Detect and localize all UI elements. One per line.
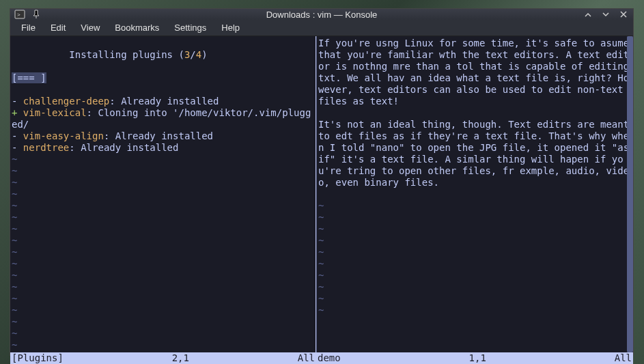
titlebar[interactable]: > Downloads : vim — Konsole	[10, 9, 633, 20]
vim-tilde: ~	[12, 316, 316, 328]
vim-tilde: ~	[318, 305, 632, 316]
vim-tilde: ~	[12, 223, 316, 235]
vim-tilde: ~	[318, 258, 632, 270]
vim-tilde: ~	[12, 339, 316, 351]
vim-tilde: ~	[12, 200, 316, 212]
status-cursor-pos: 1,1	[341, 352, 615, 364]
plugin-name: vim-easy-align	[23, 130, 104, 141]
scrollbar-thumb[interactable]	[627, 36, 633, 352]
vim-tilde: ~	[12, 293, 316, 305]
status-cursor-pos: 2,1	[64, 352, 298, 364]
svg-text:>: >	[17, 12, 20, 18]
install-total: 4	[196, 49, 201, 60]
vim-right-pane[interactable]: If you're usng Linux for some time, it's…	[316, 36, 633, 352]
vim-tilde: ~	[12, 258, 316, 270]
install-suffix: )	[201, 49, 207, 60]
vim-tilde: ~	[318, 212, 632, 223]
vim-tilde: ~	[318, 235, 632, 247]
vim-tilde: ~	[12, 247, 316, 258]
vim-tilde: ~	[12, 281, 316, 293]
plugin-name: challenger-deep	[23, 96, 109, 107]
minimize-button[interactable]	[583, 9, 593, 20]
menu-help[interactable]: Help	[214, 20, 247, 36]
vim-tilde: ~	[12, 165, 316, 177]
vim-tilde: ~	[12, 212, 316, 223]
text-paragraph: It's not an ideal thing, though. Text ed…	[318, 119, 632, 188]
vim-statusline: [Plugins] 2,1 All demo 1,1 All	[10, 352, 633, 364]
close-button[interactable]	[618, 9, 629, 20]
status-percent: All	[298, 352, 315, 364]
plugin-status: Already installed	[115, 130, 213, 141]
status-percent: All	[615, 352, 632, 364]
vim-tilde: ~	[12, 177, 316, 188]
vim-tilde: ~	[12, 188, 316, 200]
text-paragraph: If you're usng Linux for some time, it's…	[318, 38, 632, 107]
vim-left-pane[interactable]: Installing plugins (3/4) [=== ] - challe…	[10, 36, 316, 352]
status-buffer-name: [Plugins]	[12, 352, 64, 364]
vim-tilde: ~	[318, 223, 632, 235]
plugin-name: nerdtree	[23, 142, 69, 153]
menu-edit[interactable]: Edit	[44, 20, 72, 36]
vim-tilde: ~	[318, 247, 632, 258]
terminal-area[interactable]: Installing plugins (3/4) [=== ] - challe…	[10, 36, 633, 364]
vim-tilde: ~	[318, 200, 632, 212]
menu-file[interactable]: File	[14, 20, 42, 36]
vim-tilde: ~	[12, 328, 316, 339]
pin-icon[interactable]	[31, 9, 42, 20]
progress-bar: [=== ]	[12, 72, 46, 83]
status-buffer-name: demo	[318, 352, 341, 364]
plugin-status: Already installed	[121, 96, 219, 107]
vim-tilde: ~	[12, 154, 316, 165]
menu-settings[interactable]: Settings	[167, 20, 213, 36]
menu-view[interactable]: View	[74, 20, 107, 36]
vim-tilde: ~	[318, 270, 632, 281]
plugin-name: vim-lexical	[23, 107, 87, 118]
install-prefix: Installing plugins (	[69, 49, 184, 60]
install-slash: /	[190, 49, 195, 60]
menu-bookmarks[interactable]: Bookmarks	[108, 20, 166, 36]
vim-tilde: ~	[12, 305, 316, 316]
maximize-button[interactable]	[600, 9, 611, 20]
app-icon: >	[14, 9, 25, 20]
scrollbar[interactable]	[627, 36, 633, 352]
menubar: File Edit View Bookmarks Settings Help	[10, 20, 633, 36]
vim-tilde: ~	[12, 235, 316, 247]
window-title: Downloads : vim — Konsole	[10, 10, 633, 20]
vim-tilde: ~	[318, 281, 632, 293]
plugin-status: Already installed	[81, 142, 178, 153]
vim-tilde: ~	[318, 293, 632, 305]
vim-tilde: ~	[12, 270, 316, 281]
konsole-window: > Downloads : vim — Konsole File Edit Vi…	[10, 8, 634, 356]
